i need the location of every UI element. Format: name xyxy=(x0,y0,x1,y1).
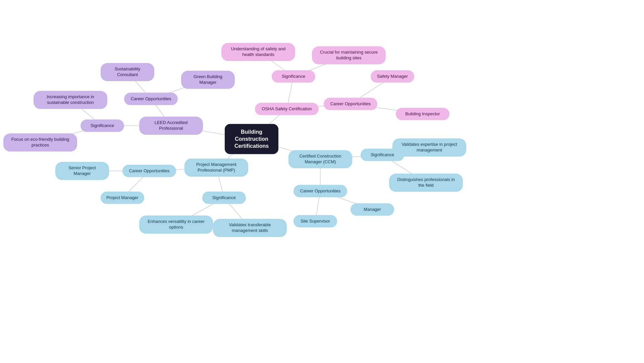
node-safety_mgr[interactable]: Safety Manager xyxy=(371,70,414,83)
node-validates_transfer[interactable]: Validates transferable management skills xyxy=(213,219,287,237)
node-increasing_imp[interactable]: Increasing importance in sustainable con… xyxy=(34,91,107,109)
node-bldg_inspector[interactable]: Building Inspector xyxy=(396,108,449,120)
node-ccm[interactable]: Certified Construction Manager (CCM) xyxy=(288,150,352,168)
node-pmp_career[interactable]: Career Opportunities xyxy=(122,165,176,177)
node-sust_consultant[interactable]: Sustainability Consultant xyxy=(101,63,154,81)
node-senior_pm[interactable]: Senior Project Manager xyxy=(55,162,109,180)
node-osha_sig[interactable]: Significance xyxy=(272,70,315,83)
node-osha_career[interactable]: Career Opportunities xyxy=(324,98,377,110)
node-enhances_vers[interactable]: Enhances versatility in career options xyxy=(139,216,213,234)
node-distinguishes[interactable]: Distinguishes professionals in the field xyxy=(389,174,463,192)
mindmap-container: Building Construction CertificationsLEED… xyxy=(0,0,644,363)
node-leed_career[interactable]: Career Opportunities xyxy=(124,93,178,105)
node-project_mgr[interactable]: Project Manager xyxy=(101,192,144,204)
node-site_supervisor[interactable]: Site Supervisor xyxy=(293,215,337,228)
center-node[interactable]: Building Construction Certifications xyxy=(225,124,278,154)
node-understanding_safety[interactable]: Understanding of safety and health stand… xyxy=(221,43,295,61)
node-validates_expertise[interactable]: Validates expertise in project managemen… xyxy=(392,138,466,157)
node-pmp[interactable]: Project Management Professional (PMP) xyxy=(184,159,248,177)
node-eco_friendly[interactable]: Focus on eco-friendly building practices xyxy=(3,133,77,152)
node-manager[interactable]: Manager xyxy=(351,203,394,216)
node-green_mgr[interactable]: Green Building Manager xyxy=(181,71,235,89)
node-osha[interactable]: OSHA Safety Certification xyxy=(255,103,319,115)
node-pmp_sig[interactable]: Significance xyxy=(202,192,246,204)
node-crucial_safety[interactable]: Crucial for maintaining secure building … xyxy=(312,46,386,64)
node-ccm_career[interactable]: Career Opportunities xyxy=(293,185,347,197)
node-leed_sig[interactable]: Significance xyxy=(80,120,124,132)
node-leed[interactable]: LEED Accredited Professional xyxy=(139,117,203,135)
